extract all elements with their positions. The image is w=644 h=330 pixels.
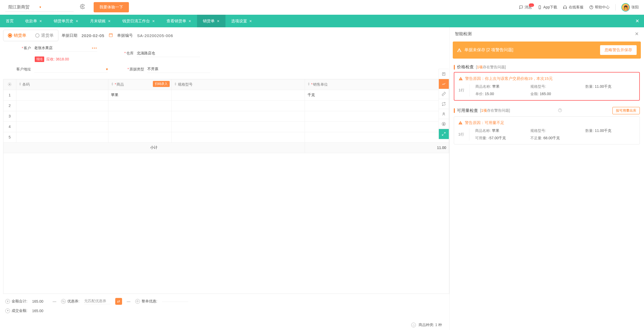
- cube-icon: ◇: [411, 323, 416, 327]
- coupon-input[interactable]: 无匹配优惠券: [84, 298, 110, 304]
- tab-首页[interactable]: 首页: [0, 15, 19, 27]
- close-icon[interactable]: ✕: [76, 19, 78, 23]
- discount-icon: ⊘: [135, 299, 140, 304]
- msg-badge: …: [529, 3, 534, 7]
- discount-input[interactable]: [162, 301, 188, 302]
- app-download-link[interactable]: App下载: [538, 5, 557, 10]
- rail-note-icon[interactable]: [439, 69, 449, 79]
- help-icon: [589, 5, 593, 9]
- svg-point-13: [443, 112, 444, 114]
- customer-input[interactable]: 老张水果店 •••: [34, 45, 97, 52]
- table-row[interactable]: 3: [3, 111, 449, 121]
- deal-icon: ✦: [5, 308, 10, 313]
- online-service-link[interactable]: 在线客服: [563, 5, 583, 10]
- swap-icon[interactable]: ⇄: [115, 298, 122, 305]
- out-by-avail-button[interactable]: 按可用量出库: [612, 107, 640, 114]
- scan-tag[interactable]: 扫码录入: [153, 81, 170, 87]
- svg-line-16: [442, 134, 443, 135]
- avail-warning-card: 警告原因：可用量不足 1行 商品名称: 苹果 规格型号: 数量: 11.00千克…: [454, 116, 640, 145]
- close-icon[interactable]: ✕: [217, 19, 220, 23]
- warning-icon: [459, 76, 463, 81]
- no-label: 单据编号: [117, 33, 133, 38]
- messages-link[interactable]: 消息 …: [519, 5, 532, 10]
- table-row[interactable]: 4: [3, 121, 449, 132]
- panel-title: 智能检测: [455, 31, 472, 37]
- experience-button[interactable]: 我要体验一下: [94, 2, 129, 12]
- close-icon[interactable]: ✕: [152, 19, 155, 23]
- calendar-icon[interactable]: [109, 33, 113, 38]
- price-warning-card: 警告原因：你上次与该客户交易价格19，本次15元 1行 商品名称: 苹果 规格型…: [454, 72, 640, 101]
- svg-rect-5: [109, 34, 112, 37]
- warning-icon: [457, 48, 462, 53]
- tab-收款单[interactable]: 收款单✕: [19, 15, 48, 27]
- receivable-text: 应收: 3618.00: [46, 57, 69, 62]
- company-select[interactable]: 阳江新商贸 ▾: [5, 3, 74, 12]
- help-center-link[interactable]: 帮助中心: [589, 5, 610, 10]
- rail-user-icon[interactable]: [439, 109, 449, 119]
- topbar: 阳江新商贸 ▾ 我要体验一下 消息 … App下载 在线客服 帮助中心 👧 张阳: [0, 0, 644, 15]
- headset-icon: [563, 5, 567, 9]
- table-row[interactable]: 2: [3, 100, 449, 111]
- warning-icon: [458, 121, 463, 125]
- items-table: ▲▼条码 ▲▼*商品扫码录入 ▲▼规格型号 ▲▼*销售单位 1苹果千克2345 …: [3, 79, 449, 294]
- side-rail: [439, 69, 449, 139]
- row-ref: 1行: [458, 128, 469, 141]
- yen-icon: ¥: [5, 299, 10, 304]
- tabs-close-all[interactable]: ✕: [631, 15, 644, 27]
- deal-amount: 165.00: [32, 309, 43, 313]
- col-barcode[interactable]: ▲▼条码: [16, 79, 108, 90]
- table-row[interactable]: 5: [3, 132, 449, 142]
- close-icon[interactable]: ✕: [39, 19, 42, 23]
- chevron-down-icon: ▾: [39, 5, 71, 9]
- help-icon[interactable]: [558, 108, 562, 113]
- radio-off-icon: [35, 33, 39, 38]
- table-row[interactable]: 1苹果千克: [3, 90, 449, 100]
- tab-钱货日清工作台[interactable]: 钱货日清工作台✕: [117, 15, 161, 27]
- date-value[interactable]: 2020-02-05: [82, 33, 104, 38]
- col-product[interactable]: ▲▼*商品扫码录入: [108, 79, 172, 90]
- chevron-down-icon: ▾: [106, 67, 108, 71]
- tab-销货单[interactable]: 销货单✕: [197, 15, 225, 27]
- more-icon[interactable]: •••: [92, 46, 97, 50]
- company-name: 阳江新商贸: [8, 4, 39, 10]
- section-bar-icon: [454, 65, 455, 70]
- address-input[interactable]: ▾: [34, 66, 108, 73]
- close-icon[interactable]: ✕: [188, 19, 191, 23]
- invoice-type-input[interactable]: 不开票: [147, 66, 210, 73]
- tab-销货单历史[interactable]: 销货单历史✕: [48, 15, 84, 27]
- close-icon[interactable]: ✕: [249, 19, 252, 23]
- subtotal-amount: 11.00: [305, 142, 449, 153]
- doc-type-return[interactable]: 退货单: [31, 30, 58, 41]
- chat-icon: [519, 5, 523, 9]
- cash-tag: 现结: [35, 56, 44, 62]
- rail-exchange-icon[interactable]: [439, 99, 449, 109]
- close-icon[interactable]: ✕: [108, 19, 111, 23]
- doc-type-toggle: 销货单 退货单: [3, 30, 58, 41]
- ignore-save-button[interactable]: 忽略警告并保存: [600, 45, 637, 55]
- rail-chart-icon[interactable]: [439, 79, 449, 89]
- warn-banner: 单据未保存 [2 项警告问题] 忽略警告并保存: [453, 42, 641, 59]
- radio-on-icon: [8, 33, 12, 38]
- tab-月末锁账[interactable]: 月末锁账✕: [84, 15, 117, 27]
- close-icon[interactable]: ✕: [635, 31, 639, 37]
- col-gear[interactable]: [3, 79, 16, 90]
- svg-point-9: [9, 84, 10, 85]
- rail-yen-icon[interactable]: [439, 119, 449, 129]
- doc-type-sale[interactable]: 销货单: [3, 30, 31, 41]
- user-menu[interactable]: 👧 张阳: [621, 3, 639, 12]
- avatar: 👧: [621, 3, 630, 12]
- warehouse-input[interactable]: 北清路店仓: [137, 50, 200, 57]
- rail-link-icon[interactable]: [439, 89, 449, 99]
- col-unit[interactable]: ▲▼*销售单位: [305, 79, 449, 90]
- rail-expand-icon[interactable]: [439, 129, 449, 139]
- tab-查看销货单[interactable]: 查看销货单✕: [161, 15, 197, 27]
- col-spec[interactable]: ▲▼规格型号: [172, 79, 305, 90]
- doc-no: SA-20200205-006: [137, 33, 173, 38]
- row-ref: 1行: [459, 84, 470, 96]
- date-label: 单据日期: [62, 33, 77, 38]
- settings-icon[interactable]: [80, 4, 85, 11]
- coupon-icon: %: [61, 299, 66, 304]
- amount-total: 165.00: [32, 299, 48, 303]
- tab-选项设置[interactable]: 选项设置✕: [225, 15, 258, 27]
- svg-point-0: [82, 6, 83, 7]
